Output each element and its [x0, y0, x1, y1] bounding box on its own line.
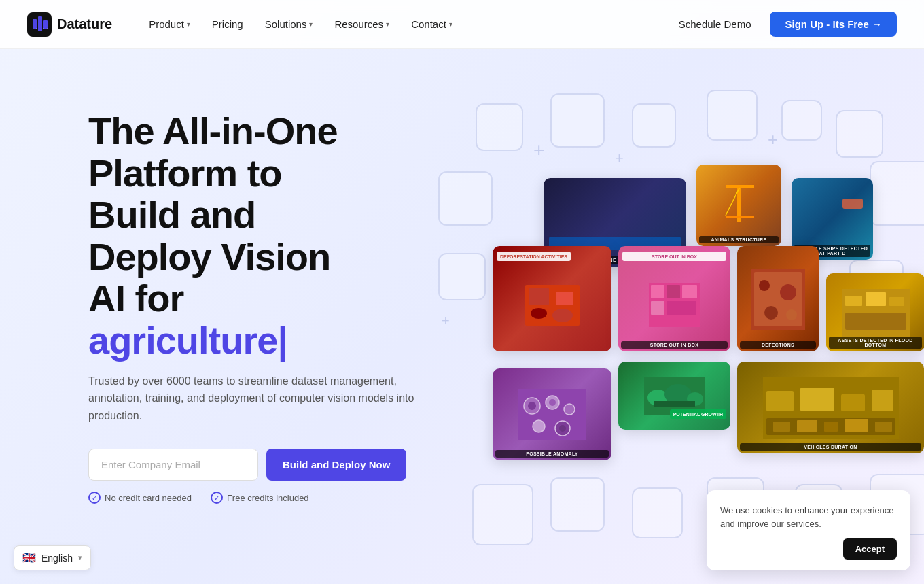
grid-square	[438, 253, 486, 300]
svg-rect-17	[651, 301, 664, 315]
check-icon: ✓	[211, 492, 223, 504]
flag-icon: 🇬🇧	[22, 551, 36, 564]
svg-rect-3	[43, 20, 48, 29]
grid-square	[632, 103, 676, 148]
svg-rect-46	[800, 388, 834, 411]
grid-square	[550, 93, 605, 148]
grid-square	[472, 484, 533, 545]
svg-rect-28	[889, 297, 904, 306]
image-label: VEHICLES DURATION	[740, 443, 921, 451]
svg-point-43	[559, 425, 566, 432]
schedule-demo-button[interactable]: Schedule Demo	[671, 13, 760, 35]
badge-no-credit-card: ✓ No credit card needed	[88, 492, 192, 504]
plus-icon: +	[442, 314, 450, 328]
chevron-down-icon: ▾	[386, 20, 389, 28]
image-card-vehicles: VEHICLES DURATION	[737, 362, 924, 453]
logo-text: Datature	[57, 16, 112, 32]
nav-product[interactable]: Product ▾	[139, 13, 200, 35]
svg-rect-5	[726, 185, 754, 188]
logo[interactable]: Datature	[27, 12, 112, 37]
image-card-urban: STORE OUT IN BOX STORE OUT IN BOX	[618, 246, 730, 351]
image-card-crane: ANIMALS STRUCTURE	[696, 165, 781, 246]
cta-button[interactable]: Build and Deploy Now	[266, 449, 406, 481]
cookie-banner: We use cookies to enhance your experienc…	[707, 490, 910, 570]
chevron-down-icon: ▾	[187, 20, 190, 28]
signup-button[interactable]: Sign Up - Its Free →	[770, 12, 897, 37]
hero-title-animated: agriculture|	[88, 319, 287, 362]
svg-rect-10	[556, 292, 573, 305]
image-card-growth: POTENTIAL GROWTH	[618, 362, 730, 430]
svg-point-11	[531, 308, 547, 319]
chevron-down-icon: ▾	[449, 20, 452, 28]
language-selector[interactable]: 🇬🇧 English ▾	[14, 545, 91, 570]
image-label: ASSETS DETECTED IN FLOOD BOTTOM	[829, 337, 922, 349]
nav-actions: Schedule Demo Sign Up - Its Free →	[671, 12, 897, 37]
chevron-down-icon: ▾	[309, 20, 313, 28]
svg-point-21	[759, 280, 770, 291]
nav-contact[interactable]: Contact ▾	[402, 13, 462, 35]
badge-free-credits: ✓ Free credits included	[211, 492, 309, 504]
plus-icon: +	[615, 151, 624, 166]
plus-icon: +	[768, 131, 778, 148]
svg-rect-34	[654, 401, 695, 407]
svg-rect-47	[841, 394, 865, 411]
svg-rect-26	[845, 296, 862, 306]
nav-resources[interactable]: Resources ▾	[325, 13, 399, 35]
svg-rect-48	[872, 390, 893, 411]
hero-form: Build and Deploy Now	[88, 449, 421, 481]
grid-square	[632, 487, 683, 538]
svg-point-22	[780, 284, 796, 300]
svg-rect-14	[651, 285, 664, 298]
svg-rect-18	[667, 301, 696, 315]
nav-solutions[interactable]: Solutions ▾	[255, 13, 323, 35]
svg-point-24	[786, 309, 797, 320]
plus-icon: +	[533, 141, 544, 160]
language-label: English	[41, 553, 73, 564]
image-label: ANIMALS STRUCTURE	[699, 236, 779, 243]
grid-square	[550, 477, 605, 532]
svg-point-37	[528, 402, 536, 410]
grid-square	[836, 110, 883, 158]
svg-rect-53	[845, 419, 868, 432]
cookie-accept-button[interactable]: Accept	[843, 538, 897, 560]
chevron-down-icon: ▾	[78, 553, 82, 562]
svg-rect-29	[845, 313, 906, 330]
nav-pricing[interactable]: Pricing	[202, 13, 253, 35]
svg-rect-50	[773, 422, 790, 432]
nav-links: Product ▾ Pricing Solutions ▾ Resources …	[139, 13, 671, 35]
hero-content: The All-in-One Platform to Build and Dep…	[88, 90, 421, 504]
grid-square	[781, 100, 822, 141]
svg-rect-51	[797, 420, 817, 432]
hero-visual: + + + + + DRONE SHOT ANIMALS STRUCTURE	[435, 90, 870, 552]
cookie-message: We use cookies to enhance your experienc…	[720, 504, 897, 530]
svg-rect-27	[866, 292, 886, 306]
svg-point-39	[549, 399, 556, 406]
svg-rect-1	[33, 19, 37, 29]
hero-subtitle: Trusted by over 6000 teams to streamline…	[88, 373, 421, 425]
email-input[interactable]	[88, 449, 258, 481]
image-label: POSSIBLE ANOMALY	[495, 450, 609, 458]
svg-point-23	[764, 306, 778, 320]
svg-rect-52	[824, 422, 838, 432]
svg-point-41	[533, 420, 545, 432]
grid-square	[476, 103, 523, 151]
svg-rect-45	[766, 391, 794, 411]
svg-rect-15	[667, 285, 680, 298]
svg-rect-9	[529, 288, 549, 305]
navbar: Datature Product ▾ Pricing Solutions ▾ R…	[0, 0, 924, 49]
svg-rect-16	[682, 285, 697, 298]
image-label: STORE OUT IN BOX	[621, 341, 728, 349]
grid-square	[870, 161, 924, 226]
grid-square	[707, 90, 758, 141]
check-icon: ✓	[88, 492, 101, 504]
image-label: DEFECTIONS	[740, 341, 816, 349]
grid-square	[438, 171, 493, 226]
hero-badges: ✓ No credit card needed ✓ Free credits i…	[88, 492, 421, 504]
image-card-defections: DEFECTIONS	[737, 246, 819, 351]
svg-point-40	[564, 404, 575, 415]
hero-title: The All-in-One Platform to Build and Dep…	[88, 110, 421, 362]
svg-rect-54	[875, 422, 892, 432]
image-card-flood: ASSETS DETECTED IN FLOOD BOTTOM	[826, 273, 924, 351]
image-card-deforestation: DEFORESTATION ACTIVITIES	[493, 246, 611, 351]
svg-rect-2	[38, 16, 42, 31]
